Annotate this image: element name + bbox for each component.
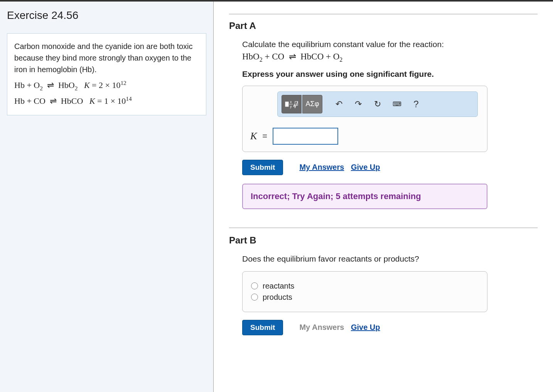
my-answers-link-b: My Answers [297,323,346,331]
part-a-title: Part A [229,20,538,31]
info-box: Carbon monoxide and the cyanide ion are … [7,33,206,115]
k-input[interactable] [273,128,338,145]
templates-button[interactable]: x y [282,95,302,113]
radio-option-reactants[interactable]: reactants [251,282,479,291]
give-up-link-b[interactable]: Give Up [349,323,383,331]
svg-text:x: x [290,100,292,104]
part-a-reaction: HbO2 + CO ⇌ HbCO + O2 [242,51,538,63]
my-answers-link-a[interactable]: My Answers [297,163,346,171]
undo-icon[interactable]: ↶ [331,96,347,112]
divider [229,228,538,228]
submit-button-b[interactable]: Submit [242,320,283,335]
part-b-title: Part B [229,235,538,246]
answer-box: x y ΑΣφ ↶ ↷ ↻ ⌨ ? [242,86,487,152]
radio-label: products [263,293,292,302]
k-label: K [250,130,257,142]
submit-button-a[interactable]: Submit [242,160,283,175]
equation-1: Hb + O2 ⇌ HbO2 K = 2 × 1012 [14,78,199,93]
radio-option-products[interactable]: products [251,293,479,302]
divider [229,14,538,14]
feedback-message: Incorrect; Try Again; 5 attempts remaini… [242,184,487,209]
redo-icon[interactable]: ↷ [350,96,366,112]
left-panel: Exercise 24.56 Carbon monoxide and the c… [0,2,214,392]
svg-rect-0 [285,102,288,106]
exercise-title: Exercise 24.56 [7,9,206,22]
equals-sign: = [262,131,267,141]
keyboard-icon[interactable]: ⌨ [389,96,405,112]
part-b-question: Does the equilibrium favor reactants or … [242,254,538,264]
svg-text:y: y [290,105,292,108]
equation-toolbar: x y ΑΣφ ↶ ↷ ↻ ⌨ ? [277,91,478,117]
reset-icon[interactable]: ↻ [369,96,386,112]
part-a-question: Calculate the equilibrium constant value… [242,40,538,49]
give-up-link-a[interactable]: Give Up [349,163,383,171]
greek-symbols-button[interactable]: ΑΣφ [302,95,322,113]
radio-products[interactable] [251,294,258,301]
part-a-instruction: Express your answer using one significan… [242,69,538,79]
equation-2: Hb + CO ⇌ HbCO K = 1 × 1014 [14,94,199,107]
radio-label: reactants [263,282,294,291]
radio-reactants[interactable] [251,282,258,289]
info-intro: Carbon monoxide and the cyanide ion are … [14,41,199,75]
radio-box: reactants products [242,271,487,312]
help-icon[interactable]: ? [408,96,424,112]
right-panel: Part A Calculate the equilibrium constan… [214,2,553,392]
